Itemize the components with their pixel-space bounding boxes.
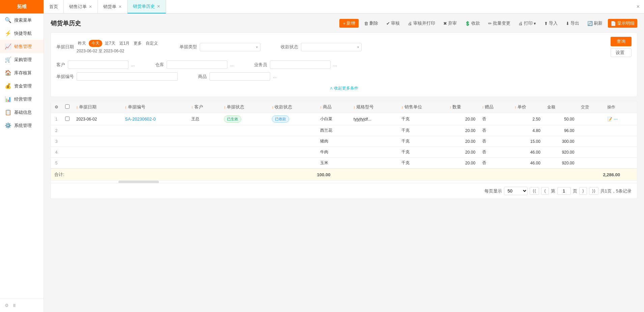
sidebar-item-base-info[interactable]: 📋 基础信息 — [0, 106, 44, 119]
delete-button[interactable]: 🗑 删除 — [361, 19, 381, 28]
col-spec-type[interactable]: ↕ 规格型号 — [350, 101, 398, 113]
abandon-button[interactable]: ✖ 弃审 — [441, 19, 459, 28]
new-button[interactable]: + 新增 — [339, 19, 359, 28]
first-page-button[interactable]: ⟨⟨ — [530, 187, 539, 195]
sys-mgmt-icon: ⚙️ — [5, 122, 11, 129]
tab-sales-order-close[interactable]: ✕ — [89, 4, 92, 9]
detail-icon: 📄 — [611, 21, 616, 26]
doc-no-link[interactable]: SA-20230602-0 — [125, 116, 156, 122]
col-unit-price[interactable]: ↕ 单价 — [511, 101, 543, 113]
row-checkbox[interactable] — [65, 116, 69, 121]
date-1month[interactable]: 近1月 — [118, 40, 131, 47]
edit-action-button[interactable]: 📝 — [607, 117, 612, 122]
row-customer — [188, 136, 220, 147]
last-page-button[interactable]: ⟩⟩ — [589, 187, 598, 195]
sidebar-item-sys-mgmt[interactable]: ⚙️ 系统管理 — [0, 119, 44, 132]
row-checkbox-cell — [62, 158, 73, 168]
col-settings[interactable]: ⚙ — [51, 101, 62, 113]
close-all-tabs-button[interactable]: ✕ — [632, 4, 644, 9]
horizontal-scrollbar[interactable] — [51, 180, 637, 183]
tab-sales-order[interactable]: 销售订单 ✕ — [64, 0, 98, 14]
date-7days[interactable]: 近7天 — [104, 40, 117, 47]
sidebar-settings-icon[interactable]: ⚙ — [5, 303, 9, 308]
warehouse-label: 仓库 — [155, 62, 164, 68]
total-info: 共1页，5条记录 — [600, 188, 632, 194]
goods-input[interactable] — [209, 72, 270, 81]
page-unit: 页 — [573, 188, 577, 194]
goods-dots[interactable]: ... — [273, 74, 277, 79]
show-detail-button[interactable]: 📄 显示明细 — [608, 19, 637, 28]
row-gift: 否 — [479, 125, 511, 136]
date-more[interactable]: 更多 — [132, 40, 143, 47]
collect-status-select[interactable] — [301, 43, 362, 51]
doc-no-input[interactable] — [77, 72, 178, 81]
row-qty: 20.00 — [446, 136, 479, 147]
date-yesterday[interactable]: 昨天 — [77, 40, 87, 47]
sidebar-item-sales-mgmt[interactable]: 📈 销售管理 — [0, 40, 44, 53]
col-doc-no[interactable]: ↕ 单据编号 — [121, 101, 188, 113]
tab-home[interactable]: 首页 — [44, 0, 64, 14]
col-collect-status[interactable]: ↕ 收款状态 — [269, 101, 316, 113]
print-dropdown-icon: ▾ — [534, 21, 536, 26]
sidebar-item-stock-calc[interactable]: 🏠 库存核算 — [0, 66, 44, 79]
batch-change-button[interactable]: ✏ 批量变更 — [485, 19, 513, 28]
row-doc-date — [73, 125, 121, 136]
sidebar-item-quick-nav[interactable]: ⚡ 快捷导航 — [0, 27, 44, 40]
tab-sales-history-close[interactable]: ✕ — [157, 4, 160, 9]
doc-type-select[interactable] — [200, 43, 260, 51]
warehouse-input[interactable] — [167, 60, 227, 69]
customer-label: 客户 — [56, 62, 65, 68]
next-page-button[interactable]: ⟩ — [579, 187, 587, 195]
print-button[interactable]: 🖨 打印 ▾ — [516, 19, 539, 28]
col-customer[interactable]: ↕ 客户 — [188, 101, 220, 113]
row-trade — [578, 147, 604, 158]
per-page-select[interactable]: 50 20 100 — [504, 187, 528, 195]
sidebar-item-ops-mgmt[interactable]: 📊 经营管理 — [0, 93, 44, 106]
col-goods[interactable]: ↕ 商品 — [317, 101, 350, 113]
row-qty: 20.00 — [446, 158, 479, 168]
col-qty[interactable]: ↕ 数量 — [446, 101, 479, 113]
current-page-input[interactable] — [557, 187, 571, 195]
sidebar-item-fund-mgmt[interactable]: 💰 资金管理 — [0, 79, 44, 93]
import-button[interactable]: ⬆ 导入 — [541, 19, 560, 28]
query-button[interactable]: 查询 — [611, 37, 632, 46]
sidebar-item-purchase-mgmt[interactable]: 🛒 采购管理 — [0, 53, 44, 66]
col-gift[interactable]: ↕ 赠品 — [479, 101, 511, 113]
salesperson-label: 业务员 — [254, 62, 267, 68]
collect-icon: 💲 — [465, 21, 470, 26]
table-row: 2 西兰花 千克 20.00 否 4.80 96.00 — [51, 125, 637, 136]
tab-sales-goods[interactable]: 销货单 ✕ — [98, 0, 128, 14]
settings-button[interactable]: 设置 — [611, 48, 632, 57]
date-range-text: 2023-06-02 至 2023-06-02 — [77, 48, 159, 54]
date-custom[interactable]: 自定义 — [144, 40, 159, 47]
sidebar-collapse-icon[interactable]: ⏸ — [12, 303, 17, 308]
warehouse-dots[interactable]: ... — [230, 62, 234, 67]
export-button[interactable]: ⬇ 导出 — [563, 19, 582, 28]
table-row: 5 玉米 千克 20.00 否 46.00 920.00 — [51, 158, 637, 168]
sidebar-item-search-menu[interactable]: 🔍 搜索菜单 — [0, 14, 44, 27]
audit-print-button[interactable]: 🖨 审核并打印 — [405, 19, 438, 28]
salesperson-input[interactable] — [270, 60, 331, 69]
col-doc-date[interactable]: ↕ 单据日期 — [73, 101, 121, 113]
customer-input[interactable] — [68, 60, 129, 69]
date-today[interactable]: 今天 — [89, 40, 102, 47]
customer-dots[interactable]: ... — [131, 62, 135, 67]
collect-button[interactable]: 💲 收款 — [462, 19, 483, 28]
collapse-button[interactable]: ∧ 收起更多条件 — [56, 84, 632, 93]
salesperson-dots[interactable]: ... — [333, 62, 337, 67]
prev-page-button[interactable]: ⟨ — [541, 187, 549, 195]
refresh-button[interactable]: 🔄 刷新 — [585, 19, 605, 28]
tab-sales-goods-close[interactable]: ✕ — [118, 4, 122, 9]
select-all-checkbox[interactable] — [65, 104, 69, 109]
tab-sales-history[interactable]: 销货单历史 ✕ — [128, 0, 166, 14]
abandon-icon: ✖ — [443, 21, 447, 26]
more-action-button[interactable]: ⋯ — [614, 117, 618, 122]
col-sales-unit[interactable]: ↕ 销售单位 — [398, 101, 446, 113]
row-collect-status — [269, 136, 316, 147]
col-trade: 交货 — [578, 101, 604, 113]
audit-button[interactable]: ✔ 审核 — [384, 19, 402, 28]
col-doc-status[interactable]: ↕ 单据状态 — [221, 101, 269, 113]
sidebar-item-label: 基础信息 — [14, 109, 32, 115]
table-row: 1 2023-06-02 SA-20230602-0 王总 已生效 已收款 小白… — [51, 113, 637, 125]
audit-icon: ✔ — [386, 21, 390, 26]
